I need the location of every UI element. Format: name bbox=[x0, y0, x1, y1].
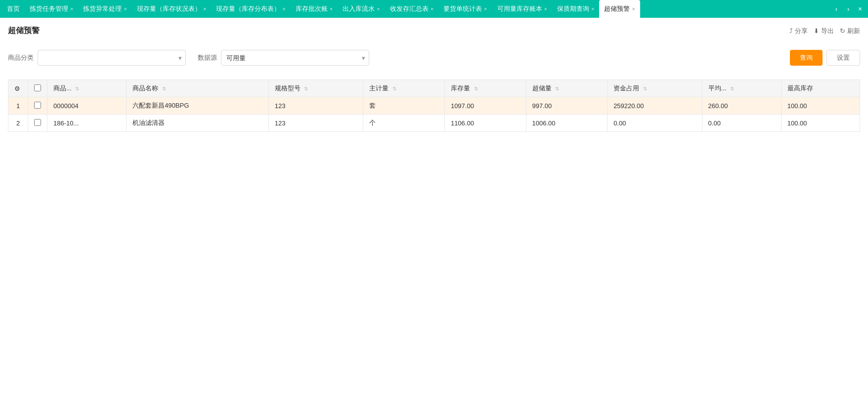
nav-label-batch: 库存批次账 bbox=[296, 4, 328, 13]
row-stock-1: 1097.00 bbox=[444, 97, 526, 115]
row-product-name-2: 机油滤清器 bbox=[127, 115, 269, 132]
col-product-code-header[interactable]: 商品... ⇅ bbox=[47, 80, 127, 97]
filter-bar: 商品分类 数据源 可用量 库存量 查询 设置 bbox=[8, 44, 860, 72]
sort-icon-overflow: ⇅ bbox=[555, 86, 559, 91]
col-avg-header[interactable]: 平均... ⇅ bbox=[702, 80, 781, 97]
nav-label-expiry: 保质期查询 bbox=[557, 4, 589, 13]
nav-close-demand[interactable]: × bbox=[484, 6, 487, 12]
export-label: 导出 bbox=[821, 27, 834, 36]
col-product-name-header[interactable]: 商品名称 ⇅ bbox=[127, 80, 269, 97]
nav-close-inventory-status[interactable]: × bbox=[203, 6, 206, 12]
nav-item-summary[interactable]: 收发存汇总表 × bbox=[385, 0, 438, 18]
page-header: 超储预警 ⤴ 分享 ⬇ 导出 ↻ 刷新 bbox=[8, 26, 860, 36]
sort-icon-name: ⇅ bbox=[162, 86, 166, 91]
col-capital-label: 资金占用 bbox=[613, 84, 639, 92]
nav-item-inventory-status[interactable]: 现存量（库存状况表） × bbox=[132, 0, 211, 18]
nav-arrow-left[interactable]: ‹ bbox=[830, 0, 842, 18]
col-unit-header[interactable]: 主计量 ⇅ bbox=[363, 80, 445, 97]
nav-close-flow[interactable]: × bbox=[377, 6, 380, 12]
nav-close-summary[interactable]: × bbox=[431, 6, 434, 12]
nav-close-available[interactable]: × bbox=[544, 6, 547, 12]
nav-label-exception: 拣货异常处理 bbox=[83, 4, 122, 13]
export-icon: ⬇ bbox=[814, 27, 819, 35]
nav-arrows: ‹ › × bbox=[830, 0, 866, 18]
nav-item-batch[interactable]: 库存批次账 × bbox=[291, 0, 338, 18]
refresh-label: 刷新 bbox=[847, 27, 860, 36]
nav-item-expiry[interactable]: 保质期查询 × bbox=[552, 0, 599, 18]
nav-label-flow: 出入库流水 bbox=[343, 4, 375, 13]
nav-item-flow[interactable]: 出入库流水 × bbox=[338, 0, 385, 18]
filter-buttons: 查询 设置 bbox=[790, 50, 860, 66]
nav-item-demand[interactable]: 要货单统计表 × bbox=[438, 0, 492, 18]
settings-button[interactable]: 设置 bbox=[826, 50, 860, 66]
col-checkbox-header bbox=[28, 80, 47, 97]
gear-icon[interactable]: ⚙ bbox=[14, 85, 20, 92]
share-label: 分享 bbox=[795, 27, 808, 36]
nav-arrow-close[interactable]: × bbox=[854, 0, 866, 18]
nav-close-task[interactable]: × bbox=[70, 6, 73, 12]
query-button[interactable]: 查询 bbox=[790, 50, 823, 66]
sort-icon-stock: ⇅ bbox=[474, 86, 478, 91]
col-overflow-header[interactable]: 超储量 ⇅ bbox=[526, 80, 608, 97]
row-spec-1: 123 bbox=[268, 97, 363, 115]
row-num-1: 1 bbox=[8, 97, 28, 115]
col-unit-label: 主计量 bbox=[369, 84, 389, 92]
nav-item-overstock[interactable]: 超储预警 × bbox=[599, 0, 640, 18]
nav-arrow-right[interactable]: › bbox=[842, 0, 854, 18]
col-gear: ⚙ bbox=[8, 80, 28, 97]
export-button[interactable]: ⬇ 导出 bbox=[814, 27, 834, 36]
row-capital-2: 0.00 bbox=[608, 115, 702, 132]
nav-label-demand: 要货单统计表 bbox=[443, 4, 482, 13]
nav-item-exception[interactable]: 拣货异常处理 × bbox=[78, 0, 131, 18]
datasource-select[interactable]: 可用量 库存量 bbox=[221, 50, 369, 66]
row-num-2: 2 bbox=[8, 115, 28, 132]
row-maxstock-2: 100.00 bbox=[781, 115, 860, 132]
nav-label-inventory-dist: 现存量（库存分布表） bbox=[216, 4, 280, 13]
row-overflow-1: 997.00 bbox=[526, 97, 608, 115]
nav-item-available[interactable]: 可用量库存账本 × bbox=[492, 0, 552, 18]
col-maxstock-header[interactable]: 最高库存 bbox=[781, 80, 860, 97]
col-spec-header[interactable]: 规格型号 ⇅ bbox=[268, 80, 363, 97]
col-spec-label: 规格型号 bbox=[275, 84, 301, 92]
nav-item-inventory-dist[interactable]: 现存量（库存分布表） × bbox=[211, 0, 290, 18]
category-select-wrapper bbox=[38, 50, 186, 66]
category-label: 商品分类 bbox=[8, 53, 34, 62]
select-all-checkbox[interactable] bbox=[34, 84, 41, 91]
table-row: 2 186-10... 机油滤清器 123 个 1106.00 1006.00 … bbox=[8, 115, 860, 132]
nav-close-batch[interactable]: × bbox=[330, 6, 333, 12]
nav-close-inventory-dist[interactable]: × bbox=[282, 6, 285, 12]
nav-close-exception[interactable]: × bbox=[124, 6, 127, 12]
category-select[interactable] bbox=[38, 50, 186, 66]
nav-item-task[interactable]: 拣货任务管理 × bbox=[25, 0, 78, 18]
row-avg-1: 260.00 bbox=[702, 97, 781, 115]
row-checkbox-2 bbox=[28, 115, 47, 132]
row-avg-2: 0.00 bbox=[702, 115, 781, 132]
refresh-button[interactable]: ↻ 刷新 bbox=[840, 27, 860, 36]
page-title: 超储预警 bbox=[8, 26, 40, 36]
page-content: 超储预警 ⤴ 分享 ⬇ 导出 ↻ 刷新 商品分类 bbox=[0, 18, 868, 395]
datasource-select-wrapper: 可用量 库存量 bbox=[221, 50, 369, 66]
table-header-row: ⚙ 商品... ⇅ 商品名称 ⇅ 规格型号 ⇅ 主计量 bbox=[8, 80, 860, 97]
nav-item-home[interactable]: 首页 bbox=[2, 0, 25, 18]
data-table: ⚙ 商品... ⇅ 商品名称 ⇅ 规格型号 ⇅ 主计量 bbox=[8, 79, 860, 132]
nav-close-overstock[interactable]: × bbox=[632, 6, 635, 12]
row-checkbox-1 bbox=[28, 97, 47, 115]
row-product-name-1: 六配套新昌490BPG bbox=[127, 97, 269, 115]
col-capital-header[interactable]: 资金占用 ⇅ bbox=[608, 80, 702, 97]
row-maxstock-1: 100.00 bbox=[781, 97, 860, 115]
row-unit-2: 个 bbox=[363, 115, 445, 132]
nav-close-expiry[interactable]: × bbox=[591, 6, 594, 12]
row-overflow-2: 1006.00 bbox=[526, 115, 608, 132]
filter-datasource: 数据源 可用量 库存量 bbox=[198, 50, 369, 66]
row-select-1[interactable] bbox=[34, 102, 41, 109]
col-stock-label: 库存量 bbox=[451, 84, 470, 92]
share-button[interactable]: ⤴ 分享 bbox=[789, 27, 808, 36]
row-product-code-1: 0000004 bbox=[47, 97, 127, 115]
row-unit-1: 套 bbox=[363, 97, 445, 115]
row-select-2[interactable] bbox=[34, 119, 41, 126]
col-stock-header[interactable]: 库存量 ⇅ bbox=[444, 80, 526, 97]
col-maxstock-label: 最高库存 bbox=[787, 84, 813, 92]
nav-label-summary: 收发存汇总表 bbox=[390, 4, 429, 13]
col-product-code-label: 商品... bbox=[53, 84, 72, 92]
header-actions: ⤴ 分享 ⬇ 导出 ↻ 刷新 bbox=[789, 27, 860, 36]
